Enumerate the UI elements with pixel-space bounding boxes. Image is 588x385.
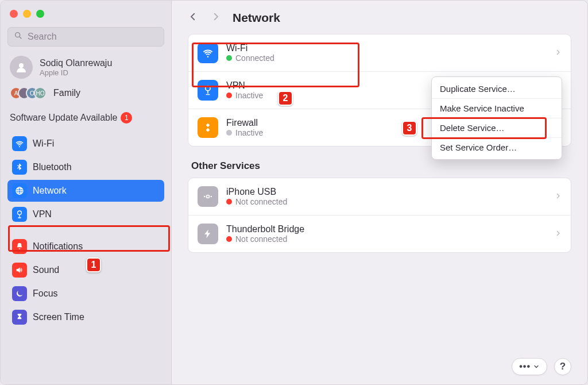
- sidebar-item-notifications[interactable]: Notifications: [7, 236, 164, 257]
- search-icon: [14, 31, 23, 43]
- sidebar-item-label: Focus: [33, 288, 58, 299]
- page-title: Network: [233, 11, 280, 25]
- sidebar-nav: Wi-Fi Bluetooth Network VPN Notification…: [7, 133, 164, 328]
- account-name: Sodiq Olanrewaju: [40, 58, 112, 68]
- sidebar: Search Sodiq Olanrewaju Apple ID A O HO …: [1, 1, 172, 384]
- sidebar-item-label: Bluetooth: [33, 162, 72, 172]
- help-button[interactable]: ?: [554, 358, 571, 375]
- sidebar-item-sound[interactable]: Sound: [7, 259, 164, 281]
- service-title: iPhone USB: [226, 187, 287, 197]
- window-controls: [7, 9, 164, 24]
- help-icon: ?: [560, 361, 566, 372]
- service-title: Firewall: [226, 118, 263, 128]
- ctx-make-service-inactive[interactable]: Make Service Inactive: [432, 98, 562, 118]
- more-options-button[interactable]: •••: [512, 358, 547, 375]
- globe-icon: [12, 183, 27, 198]
- service-row-thunderbolt[interactable]: Thunderbolt Bridge Not connected: [188, 215, 571, 252]
- service-title: Wi-Fi: [226, 43, 274, 53]
- wifi-icon: [198, 43, 218, 63]
- ctx-set-service-order[interactable]: Set Service Order…: [432, 137, 562, 157]
- bluetooth-icon: [12, 160, 27, 175]
- service-status: Inactive: [235, 91, 263, 100]
- service-status: Connected: [235, 53, 274, 63]
- sidebar-item-label: Sound: [33, 265, 59, 275]
- other-services-card: iPhone USB Not connected Thunderbolt Bri…: [188, 178, 571, 253]
- zoom-window-button[interactable]: [36, 10, 44, 18]
- software-update-row[interactable]: Software Update Available 1: [7, 109, 164, 129]
- minimize-window-button[interactable]: [23, 10, 31, 18]
- bell-icon: [12, 239, 27, 254]
- status-dot: [226, 55, 232, 61]
- service-title: Thunderbolt Bridge: [226, 224, 304, 234]
- context-menu: Duplicate Service… Make Service Inactive…: [431, 76, 562, 160]
- sidebar-item-network[interactable]: Network: [7, 180, 164, 202]
- back-button[interactable]: [188, 11, 198, 24]
- ctx-duplicate-service[interactable]: Duplicate Service…: [432, 79, 562, 98]
- sidebar-item-screen-time[interactable]: Screen Time: [7, 306, 164, 328]
- close-window-button[interactable]: [10, 10, 18, 18]
- service-status: Not connected: [235, 197, 287, 206]
- sidebar-item-wifi[interactable]: Wi-Fi: [7, 133, 164, 155]
- account-sub: Apple ID: [40, 68, 112, 77]
- sidebar-item-focus[interactable]: Focus: [7, 283, 164, 305]
- service-row-wifi[interactable]: Wi-Fi Connected: [188, 34, 571, 71]
- service-status: Inactive: [235, 128, 263, 137]
- family-row[interactable]: A O HO Family: [7, 86, 164, 105]
- wifi-icon: [12, 136, 27, 151]
- ctx-delete-service[interactable]: Delete Service…: [432, 118, 562, 137]
- sidebar-item-label: Screen Time: [33, 312, 84, 322]
- search-input[interactable]: Search: [7, 27, 164, 47]
- ellipsis-icon: •••: [519, 361, 531, 372]
- sidebar-item-label: Network: [33, 186, 67, 196]
- chevron-right-icon: [555, 229, 562, 239]
- firewall-icon: [198, 117, 218, 138]
- family-avatars: A O HO: [10, 87, 47, 99]
- software-update-text: Software Update Available: [10, 113, 117, 123]
- family-label: Family: [53, 88, 80, 98]
- main-panel: Network Wi-Fi Connected VPN Inactive: [172, 1, 587, 384]
- chevron-right-icon: [555, 48, 562, 58]
- status-dot: [226, 130, 232, 136]
- globe-icon: [198, 80, 218, 101]
- header: Network: [188, 11, 571, 25]
- account-row[interactable]: Sodiq Olanrewaju Apple ID: [7, 50, 164, 82]
- service-title: VPN: [226, 80, 263, 91]
- sidebar-item-bluetooth[interactable]: Bluetooth: [7, 156, 164, 178]
- service-status: Not connected: [235, 234, 287, 244]
- family-avatar: HO: [34, 87, 47, 99]
- update-count-badge: 1: [121, 112, 132, 124]
- sound-icon: [12, 263, 27, 278]
- chevron-right-icon: [555, 191, 562, 202]
- status-dot: [226, 93, 232, 98]
- bolt-icon: [198, 224, 218, 244]
- status-dot: [226, 236, 232, 242]
- avatar: [10, 56, 33, 79]
- sidebar-item-vpn[interactable]: VPN: [7, 203, 164, 225]
- sidebar-item-label: Notifications: [33, 241, 83, 252]
- vpn-icon: [12, 207, 27, 222]
- page-actions: ••• ?: [512, 358, 571, 375]
- hourglass-icon: [12, 310, 27, 325]
- moon-icon: [12, 286, 27, 301]
- status-dot: [226, 199, 232, 205]
- sidebar-item-label: Wi-Fi: [33, 138, 54, 149]
- sidebar-item-label: VPN: [33, 209, 52, 220]
- service-row-iphone-usb[interactable]: iPhone USB Not connected: [188, 178, 571, 215]
- other-services-heading: Other Services: [191, 160, 571, 172]
- forward-button[interactable]: [211, 11, 221, 24]
- search-placeholder: Search: [28, 32, 57, 42]
- chevron-down-icon: [533, 363, 540, 370]
- usb-icon: [198, 186, 218, 207]
